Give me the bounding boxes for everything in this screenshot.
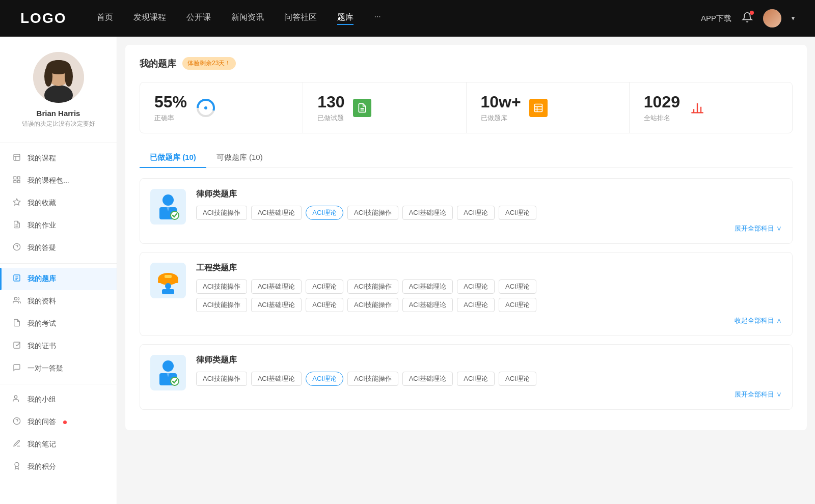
- eng-tag-0[interactable]: ACI技能操作: [196, 279, 247, 294]
- tag-0[interactable]: ACI技能操作: [196, 206, 247, 220]
- nav-link-more[interactable]: ···: [374, 12, 381, 25]
- nav-link-discover[interactable]: 发现课程: [133, 12, 166, 25]
- collapse-engineer[interactable]: 收起全部科目 ∧: [196, 316, 782, 325]
- sidebar-divider-2: [0, 263, 117, 264]
- eng-tag-1[interactable]: ACI基础理论: [251, 279, 302, 294]
- sidebar-wrapper-exam: 我的考试: [0, 313, 117, 335]
- law2-tag-2[interactable]: ACI理论: [306, 372, 343, 386]
- stat-rank: 1029 全站排名: [630, 82, 792, 133]
- homework-icon: [12, 220, 21, 231]
- sidebar-item-homework[interactable]: 我的作业: [0, 214, 117, 237]
- nav-logo[interactable]: LOGO: [20, 10, 66, 26]
- qbank-body-engineer: 工程类题库 ACI技能操作 ACI基础理论 ACI理论 ACI技能操作 ACI基…: [196, 263, 782, 325]
- nav-link-home[interactable]: 首页: [97, 12, 113, 25]
- tag-1[interactable]: ACI基础理论: [251, 206, 302, 220]
- nav-avatar[interactable]: [763, 9, 781, 27]
- eng-tag-7[interactable]: ACI技能操作: [196, 298, 247, 312]
- sidebar-item-qbank[interactable]: 我的题库: [0, 268, 117, 290]
- eng-tag-4[interactable]: ACI基础理论: [402, 279, 453, 294]
- nav-links: 首页 发现课程 公开课 新闻资讯 问答社区 题库 ···: [97, 12, 701, 25]
- qa-notification-dot: [63, 421, 67, 424]
- sidebar-item-myqa[interactable]: 我的问答: [0, 411, 117, 433]
- sidebar-wrapper-qa: 我的答疑: [0, 237, 117, 259]
- sidebar-label-note: 我的笔记: [28, 440, 56, 449]
- law2-tag-1[interactable]: ACI基础理论: [251, 372, 302, 386]
- law2-tag-6[interactable]: ACI理论: [499, 372, 536, 386]
- tag-3[interactable]: ACI技能操作: [347, 206, 398, 220]
- svg-point-21: [14, 297, 17, 300]
- svg-rect-11: [17, 180, 20, 183]
- nav-download[interactable]: APP下载: [701, 14, 731, 23]
- stat-done-questions: 130 已做试题: [303, 82, 466, 133]
- tag-4[interactable]: ACI基础理论: [402, 206, 453, 220]
- nav-link-qbank[interactable]: 题库: [337, 12, 354, 25]
- svg-point-30: [204, 106, 207, 109]
- sidebar-wrapper-group: 我的小组: [0, 388, 117, 411]
- nav-link-open[interactable]: 公开课: [186, 12, 211, 25]
- eng-tag-3[interactable]: ACI技能操作: [347, 279, 398, 294]
- eng-tag-6[interactable]: ACI理论: [499, 279, 536, 294]
- note-icon: [12, 439, 21, 450]
- law2-tag-4[interactable]: ACI基础理论: [402, 372, 453, 386]
- svg-rect-33: [534, 104, 542, 111]
- sidebar-item-package[interactable]: 我的课程包...: [0, 170, 117, 192]
- law2-tag-5[interactable]: ACI理论: [457, 372, 495, 386]
- svg-rect-47: [165, 275, 172, 278]
- rank-label: 全站排名: [644, 114, 680, 123]
- sidebar-wrapper-course: 我的课程: [0, 147, 117, 170]
- sidebar-item-tutor[interactable]: 一对一答疑: [0, 357, 117, 380]
- eng-tag-11[interactable]: ACI基础理论: [402, 298, 453, 312]
- nav-chevron-icon[interactable]: ▾: [792, 15, 795, 22]
- sidebar-wrapper-tutor: 一对一答疑: [0, 357, 117, 380]
- eng-tag-9[interactable]: ACI理论: [306, 298, 343, 312]
- eng-tag-12[interactable]: ACI理论: [457, 298, 495, 312]
- tag-6[interactable]: ACI理论: [499, 206, 536, 220]
- sidebar-label-points: 我的积分: [28, 462, 56, 471]
- sidebar-item-points[interactable]: 我的积分: [0, 456, 117, 478]
- page-header: 我的题库 体验剩余23天！: [140, 57, 793, 70]
- doc-svg: [357, 103, 367, 113]
- law2-tag-3[interactable]: ACI技能操作: [347, 372, 398, 386]
- group-icon: [12, 395, 21, 405]
- svg-rect-46: [158, 280, 178, 283]
- svg-point-48: [165, 283, 171, 289]
- avatar-image: [763, 9, 781, 27]
- eng-tag-13[interactable]: ACI理论: [499, 298, 536, 312]
- package-icon: [12, 176, 21, 186]
- profile-avatar: [33, 52, 84, 103]
- tag-5[interactable]: ACI理论: [457, 206, 495, 220]
- sidebar-item-cert[interactable]: 我的证书: [0, 335, 117, 357]
- nav-bell-button[interactable]: [742, 12, 753, 25]
- svg-rect-7: [14, 154, 20, 160]
- myqa-icon: [12, 417, 21, 427]
- eng-tag-5[interactable]: ACI理论: [457, 279, 495, 294]
- sidebar-item-group[interactable]: 我的小组: [0, 388, 117, 411]
- svg-point-50: [162, 360, 174, 372]
- sidebar-item-exam[interactable]: 我的考试: [0, 313, 117, 335]
- done-qb-label: 已做题库: [481, 114, 521, 123]
- sidebar-item-profile[interactable]: 我的资料: [0, 290, 117, 313]
- sidebar-item-note[interactable]: 我的笔记: [0, 433, 117, 456]
- eng-tag-10[interactable]: ACI技能操作: [347, 298, 398, 312]
- tag-2[interactable]: ACI理论: [306, 206, 343, 220]
- chart-svg: [690, 101, 704, 115]
- profile-name: Brian Harris: [37, 109, 80, 118]
- eng-tag-8[interactable]: ACI基础理论: [251, 298, 302, 312]
- sidebar-item-course[interactable]: 我的课程: [0, 147, 117, 170]
- nav-link-news[interactable]: 新闻资讯: [231, 12, 264, 25]
- stats-row: 55% 正确率 130 已做试题: [140, 82, 793, 133]
- tab-done[interactable]: 已做题库 (10): [140, 148, 206, 167]
- expand-lawyer-2[interactable]: 展开全部科目 ∨: [196, 390, 782, 399]
- profile-motto: 错误的决定比没有决定要好: [22, 120, 95, 128]
- sidebar-item-qa[interactable]: 我的答疑: [0, 237, 117, 259]
- tab-available[interactable]: 可做题库 (10): [206, 148, 273, 167]
- course-icon: [12, 153, 21, 163]
- sidebar-item-favorite[interactable]: 我的收藏: [0, 192, 117, 214]
- expand-lawyer-1[interactable]: 展开全部科目 ∨: [196, 224, 782, 233]
- nav-link-qa[interactable]: 问答社区: [284, 12, 317, 25]
- qbank-tags-lawyer-1: ACI技能操作 ACI基础理论 ACI理论 ACI技能操作 ACI基础理论 AC…: [196, 206, 782, 220]
- law2-tag-0[interactable]: ACI技能操作: [196, 372, 247, 386]
- sidebar-wrapper-package: 我的课程包...: [0, 170, 117, 192]
- qa-icon: [12, 243, 21, 253]
- eng-tag-2[interactable]: ACI理论: [306, 279, 343, 294]
